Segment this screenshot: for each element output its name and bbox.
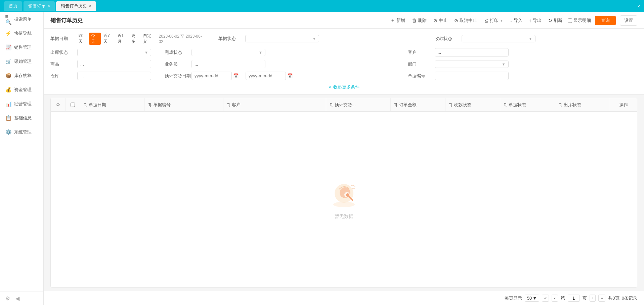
- delete-label: 删除: [418, 17, 427, 24]
- sidebar-item-purchase-mgmt-label: 采购管理: [14, 59, 32, 65]
- export-button[interactable]: ↑ 导出: [528, 17, 543, 24]
- th-delivery[interactable]: ⇅ 预计交货...: [326, 98, 391, 111]
- sidebar-item-sys-mgmt[interactable]: ⚙️ 系统管理: [0, 125, 43, 139]
- table-settings-icon[interactable]: ⚙: [56, 102, 60, 107]
- product-input[interactable]: ...: [77, 60, 151, 68]
- refresh-button[interactable]: ↻ 刷新: [547, 17, 564, 24]
- th-stock-status[interactable]: ⇅ 出库状态: [555, 98, 610, 111]
- filter-row-3: 商品 ... 业务员 ... 部门 ▼: [50, 60, 637, 68]
- top-bar: 首页 销售订单 × 销售订单历史 × ×: [0, 0, 644, 12]
- query-button[interactable]: 查询: [595, 16, 616, 25]
- tab-sales-order-history[interactable]: 销售订单历史 ×: [56, 1, 96, 11]
- display-detail-checkbox[interactable]: [568, 18, 572, 23]
- date-tab-7days[interactable]: 近7天: [102, 33, 115, 45]
- sidebar-item-finance[interactable]: 💰 资金管理: [0, 83, 43, 97]
- completion-status-select[interactable]: ▼: [191, 49, 265, 56]
- page-size-select[interactable]: 50 ▼: [525, 295, 539, 302]
- select-all-checkbox[interactable]: [71, 103, 75, 107]
- th-action-label: 操作: [619, 102, 628, 108]
- collapse-row[interactable]: ∧ 收起更多条件: [50, 83, 637, 90]
- doc-no-input[interactable]: [435, 72, 509, 80]
- display-detail-checkbox-group: 显示明细: [568, 17, 591, 24]
- collapse-text: ∧ 收起更多条件: [328, 84, 359, 89]
- customer-group: 客户 ...: [408, 48, 638, 56]
- th-num[interactable]: ⇅ 单据编号: [145, 98, 223, 111]
- date-dash: —: [240, 73, 244, 78]
- sidebar-item-sales-mgmt-label: 销售管理: [14, 44, 32, 50]
- sidebar-item-inventory[interactable]: 📦 库存核算: [0, 69, 43, 83]
- th-checkbox[interactable]: [66, 98, 80, 111]
- import-button[interactable]: ↓ 导入: [509, 17, 524, 24]
- department-select[interactable]: ▼: [435, 61, 509, 68]
- filter-row-2: 出库状态 ▼ 完成状态 ▼ 客户 ...: [50, 48, 637, 56]
- tab-sales-order-history-close[interactable]: ×: [89, 4, 91, 8]
- customer-label: 客户: [408, 49, 435, 55]
- stop-icon: ⊘: [433, 18, 437, 23]
- filter-row-1: 单据日期 昨天 今天 近7天 近1月 更多 自定义 2023-06-02 至 2…: [50, 33, 637, 45]
- calendar-to-icon[interactable]: 📅: [287, 73, 293, 78]
- tab-sales-order[interactable]: 销售订单 ×: [24, 1, 55, 11]
- salesperson-dots: ...: [195, 62, 198, 67]
- new-icon: ＋: [390, 17, 395, 24]
- calendar-from-icon[interactable]: 📅: [233, 73, 239, 78]
- th-date[interactable]: ⇅ 单据日期: [80, 98, 145, 111]
- sidebar-item-sales-mgmt[interactable]: 📈 销售管理: [0, 40, 43, 54]
- th-customer[interactable]: ⇅ 客户: [223, 98, 326, 111]
- customer-input[interactable]: ...: [435, 48, 509, 56]
- sidebar-item-quick-nav[interactable]: ⚡ 快捷导航: [0, 26, 43, 40]
- delete-button[interactable]: 🗑 删除: [411, 17, 428, 24]
- sidebar-collapse-icon[interactable]: ◀: [15, 295, 19, 302]
- salesperson-input[interactable]: ...: [191, 60, 265, 68]
- pay-status-select[interactable]: ▼: [462, 35, 535, 42]
- tab-home[interactable]: 首页: [4, 1, 22, 11]
- print-label: 打印: [490, 17, 499, 24]
- sidebar-item-purchase-mgmt[interactable]: 🛒 采购管理: [0, 54, 43, 69]
- th-stock-status-label: 出库状态: [564, 102, 581, 108]
- empty-area: 暂无数据: [51, 112, 637, 287]
- page-input[interactable]: [568, 295, 580, 302]
- purchase-mgmt-icon: 🛒: [5, 59, 11, 65]
- th-amount[interactable]: ⇅ 订单金额: [391, 98, 445, 111]
- setting-button[interactable]: 设置: [620, 15, 637, 26]
- sidebar-item-basic-info[interactable]: 📋 基础信息: [0, 111, 43, 125]
- sidebar-item-search-menu[interactable]: ≡🔍 搜索菜单: [0, 12, 43, 26]
- sidebar-settings-icon[interactable]: ⚙: [5, 295, 10, 302]
- th-pay-status[interactable]: ⇅ 收款状态: [445, 98, 500, 111]
- doc-status-select[interactable]: ▼: [245, 35, 319, 42]
- last-page-btn[interactable]: »: [598, 295, 605, 302]
- prev-page-btn[interactable]: ‹: [552, 295, 558, 302]
- warehouse-input[interactable]: ...: [77, 72, 151, 80]
- total-info: 共0页, 0条记录: [608, 295, 637, 301]
- cancel-stop-button[interactable]: ⊘ 取消中止: [453, 17, 478, 24]
- date-tab-today[interactable]: 今天: [89, 33, 101, 45]
- date-tab-yesterday[interactable]: 昨天: [77, 33, 88, 45]
- window-close-btn[interactable]: ×: [637, 4, 640, 9]
- next-page-btn[interactable]: ›: [590, 295, 596, 302]
- new-button[interactable]: ＋ 新增: [389, 17, 406, 24]
- date-tab-1month[interactable]: 近1月: [116, 33, 129, 45]
- date-filter-label: 单据日期: [50, 36, 77, 42]
- date-tab-more[interactable]: 更多: [130, 33, 140, 45]
- refresh-label: 刷新: [554, 17, 562, 24]
- sys-mgmt-icon: ⚙️: [5, 129, 11, 135]
- stock-status-select[interactable]: ▼: [77, 49, 151, 56]
- print-arrow: ▼: [500, 19, 503, 23]
- th-settings[interactable]: ⚙: [51, 98, 66, 111]
- tab-sales-order-close[interactable]: ×: [48, 4, 50, 8]
- stop-button[interactable]: ⊘ 中止: [432, 17, 449, 24]
- table-header: ⚙ ⇅ 单据日期 ⇅ 单据编号 ⇅ 客户 ⇅: [51, 98, 637, 112]
- sidebar-item-operation[interactable]: 📊 经营管理: [0, 97, 43, 111]
- print-icon: 🖨: [484, 18, 488, 23]
- date-tab-custom[interactable]: 自定义: [142, 33, 156, 45]
- refresh-icon: ↻: [548, 18, 552, 23]
- first-page-btn[interactable]: «: [542, 295, 549, 302]
- print-button[interactable]: 🖨 打印 ▼: [482, 17, 505, 24]
- th-order-status-label: 单据状态: [509, 102, 526, 108]
- salesperson-label: 业务员: [165, 61, 191, 67]
- delivery-date-to[interactable]: [246, 72, 286, 80]
- page-header: 销售订单历史 ＋ 新增 🗑 删除 ⊘ 中止 ⊘ 取消中止: [44, 12, 644, 29]
- export-label: 导出: [533, 17, 542, 24]
- tab-sales-order-label: 销售订单: [28, 3, 46, 9]
- th-order-status[interactable]: ⇅ 单据状态: [500, 98, 555, 111]
- delivery-date-from[interactable]: [191, 72, 232, 80]
